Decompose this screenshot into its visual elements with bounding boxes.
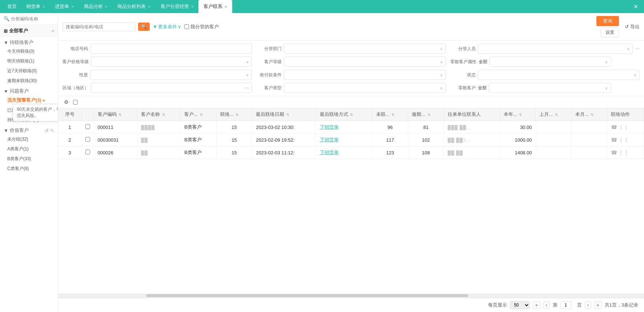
tab-close-product-list[interactable]: × <box>148 4 150 9</box>
filter-price-level-select[interactable]: ∨ <box>91 57 252 67</box>
td-check-3[interactable] <box>81 146 94 159</box>
sidebar-search-input[interactable] <box>11 16 58 21</box>
filter-region-select[interactable]: ··· <box>91 83 252 93</box>
main-search-input[interactable] <box>63 23 135 31</box>
sidebar-item-7days[interactable]: 近7天待联络(0) <box>0 66 58 76</box>
sidebar-item-class-b[interactable]: B类客户(33) <box>0 154 58 164</box>
tab-close-purchase[interactable]: × <box>71 4 73 9</box>
more-action-1[interactable]: ⋮⋮ <box>619 124 629 130</box>
query-button[interactable]: 查询 <box>596 16 619 26</box>
more-conditions-toggle[interactable]: ▼ 更多条件 ∨ <box>153 24 181 30</box>
filter-zero-attr-select[interactable]: ∨ <box>490 57 611 67</box>
tab-purchase[interactable]: 进货单 × <box>50 0 79 13</box>
my-customers-checkbox[interactable]: 我分管的客户 <box>184 24 219 30</box>
filter-customer-type-label: 客户类型 <box>256 85 282 91</box>
td-last-way-2[interactable]: 下销货单 <box>316 134 372 146</box>
contact-action-1[interactable]: ☎ <box>611 124 617 130</box>
filter-level-label: 客户等级 <box>256 59 282 65</box>
th-last-date[interactable]: 最后联络日期 ⇅ <box>252 108 316 121</box>
export-button[interactable]: ↺ 导出 <box>625 24 640 30</box>
filter-status-label: 状态 <box>450 72 476 78</box>
table-action-bar: ⚙ <box>58 96 644 108</box>
page-number-input[interactable] <box>560 301 571 309</box>
first-page-btn[interactable]: « <box>533 301 540 309</box>
th-name[interactable]: 客户名称 ⇅ <box>137 108 180 121</box>
filter-region-more[interactable]: ··· <box>244 85 249 91</box>
sidebar-item-today[interactable]: 今天待联络(0) <box>0 46 58 56</box>
pagination-page-label: 第 <box>553 302 558 308</box>
tab-customer-contact[interactable]: 客户联系 × <box>198 0 232 13</box>
settings-action-btn[interactable]: ⚙ <box>63 98 70 106</box>
next-page-btn[interactable]: › <box>585 301 591 309</box>
th-type[interactable]: 客户... ⇅ <box>181 108 216 121</box>
filter-zero-customer-value: 全部 <box>478 85 487 91</box>
filter-dept-select[interactable]: ∨ <box>284 44 446 54</box>
more-action-2[interactable]: ⋮⋮ <box>619 137 629 143</box>
td-check-2[interactable] <box>81 134 94 146</box>
filter-zero-customer-select[interactable]: ∨ <box>489 83 611 93</box>
edit-group-icon[interactable]: ↺ <box>45 128 49 133</box>
tab-close-customer-contact[interactable]: × <box>225 4 227 9</box>
main-search-button[interactable]: 🔍 <box>138 23 150 31</box>
tab-close-sales[interactable]: × <box>43 4 45 9</box>
group-value-customers[interactable]: ▼ 价值客户 ↺ ✎ <box>0 125 58 134</box>
contact-action-3[interactable]: ☎ <box>611 150 617 155</box>
horizontal-scrollbar[interactable] <box>58 293 644 298</box>
last-page-btn[interactable]: » <box>594 301 602 309</box>
filter-person-more[interactable]: ··· <box>635 45 640 52</box>
th-last-month[interactable]: 上月... ⇅ <box>536 108 571 121</box>
sidebar-item-tomorrow[interactable]: 明天待联络(1) <box>0 56 58 66</box>
prev-page-btn[interactable]: ‹ <box>543 301 550 309</box>
sidebar-item-ungrouped[interactable]: 未分组(32) <box>0 134 58 144</box>
td-this-month-1 <box>571 121 607 134</box>
th-last-way[interactable]: 最后联络方式 ⇅ <box>316 108 372 121</box>
th-overdue[interactable]: 逾期... ⇅ <box>408 108 444 121</box>
tab-home[interactable]: 首页 <box>3 0 21 13</box>
tab-close-customer-tier[interactable]: × <box>191 4 193 9</box>
arrow-down-icon: ▼ <box>4 40 8 45</box>
scrollbar-thumb[interactable] <box>146 294 468 297</box>
td-check-1[interactable] <box>81 121 94 134</box>
per-page-select[interactable]: 50 100 200 <box>510 301 530 309</box>
add-group-icon[interactable]: ✎ <box>50 128 54 133</box>
sidebar-item-class-c[interactable]: C类客户(6) <box>0 164 58 174</box>
filter-customer-type-select[interactable]: ∨ <box>284 83 446 93</box>
filter-gender-select[interactable]: ∨ <box>90 70 252 80</box>
all-customers-header[interactable]: ⊞ 全部客户 « <box>0 25 58 37</box>
th-contacts[interactable]: 联络... ⇅ <box>216 108 252 121</box>
window-close-button[interactable]: ✕ <box>631 3 641 10</box>
td-name-2: ██ <box>137 134 180 146</box>
filter-dept: 分管部门 ∨ <box>256 44 446 54</box>
tab-sales[interactable]: 销货单 × <box>21 0 50 13</box>
tab-product-analysis[interactable]: 商品分析 × <box>79 0 112 13</box>
th-code[interactable]: 客户编码 ⇅ <box>94 108 137 121</box>
filter-status-select[interactable]: ∨ <box>478 70 640 80</box>
filter-person-select[interactable]: ∨ <box>478 44 633 54</box>
filter-payment-select[interactable]: ∨ <box>284 70 446 80</box>
tab-product-list[interactable]: 商品分析列表 × <box>112 0 155 13</box>
th-unlocked[interactable]: 未联... ⇅ <box>372 108 408 121</box>
filter-phone-input[interactable] <box>90 44 252 54</box>
td-last-way-1[interactable]: 下销货单 <box>316 121 372 134</box>
more-action-3[interactable]: ⋮⋮ <box>619 150 629 155</box>
table-row: 1 000011 ████ B类客户 15 2023-03-02 10:30: … <box>58 121 644 134</box>
my-customers-check[interactable] <box>184 24 189 29</box>
filter-customer-type: 客户类型 ∨ <box>256 83 446 93</box>
select-all-checkbox[interactable] <box>73 100 78 105</box>
group-problem-customers[interactable]: ▼ 问题客户 <box>0 86 58 95</box>
sidebar-item-class-a[interactable]: A类客户(1) <box>0 144 58 154</box>
td-unit-contact-3: ██ ██ <box>444 146 500 159</box>
group-pending-contact[interactable]: ▼ 待联络客户 <box>0 37 58 46</box>
td-contacts-2: 15 <box>216 134 252 146</box>
th-this-month[interactable]: 本月... ⇅ <box>571 108 607 121</box>
sidebar-search-icon: 🔍 <box>4 16 9 21</box>
tab-customer-tier[interactable]: 客户分层经营 × <box>156 0 198 13</box>
sidebar-item-overdue[interactable]: 逾期未联络(30) <box>0 76 58 86</box>
tab-close-product-analysis[interactable]: × <box>105 4 107 9</box>
td-last-way-3[interactable]: 下销货单 <box>316 146 372 159</box>
filter-level-select[interactable]: ∨ <box>284 57 446 67</box>
contact-action-2[interactable]: ☎ <box>611 137 617 143</box>
settings-button[interactable]: 设置 <box>601 28 619 37</box>
churn-tooltip: 90天未交易的客户，可能有流失风险。 <box>13 104 58 121</box>
th-this-year[interactable]: 本年... ⇅ <box>500 108 535 121</box>
